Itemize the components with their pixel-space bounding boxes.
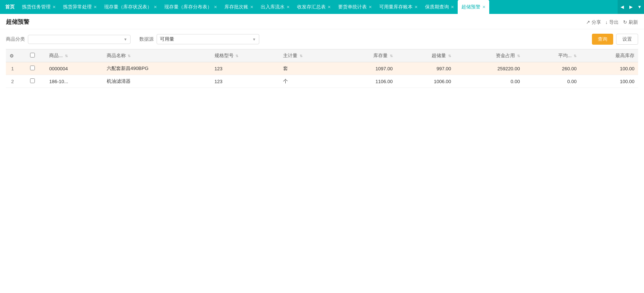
name-column-header[interactable]: 商品名称 ⇅ <box>103 49 211 62</box>
close-collect-icon[interactable]: ✕ <box>328 5 331 10</box>
close-order-stats-icon[interactable]: ✕ <box>369 5 372 10</box>
row-overstock-1: 1006.00 <box>396 75 455 88</box>
settings-button[interactable]: 设置 <box>616 34 638 45</box>
row-spec-1: 123 <box>211 75 280 88</box>
nav-tab-available[interactable]: 可用量库存账本 ✕ <box>376 0 421 14</box>
overstock-sort-icon: ⇅ <box>448 54 451 58</box>
select-all-checkbox[interactable] <box>30 53 35 58</box>
close-inout-icon[interactable]: ✕ <box>286 5 290 10</box>
table-row: 1 0000004 六配套新昌490BPG 123 套 1097.00 997.… <box>6 62 638 75</box>
nav-prev-arrow[interactable]: ◀ <box>618 0 626 14</box>
name-sort-icon: ⇅ <box>128 54 131 58</box>
row-avg-0: 260.00 <box>524 62 580 75</box>
share-icon: ↗ <box>586 19 590 25</box>
share-button[interactable]: ↗ 分享 <box>586 19 601 26</box>
export-icon: ↓ <box>605 19 608 25</box>
checkbox-column-header <box>19 49 45 62</box>
datasource-select-value: 可用量 <box>160 36 174 42</box>
unit-column-header[interactable]: 主计量 ⇅ <box>279 49 338 62</box>
row-code-1: 186-10... <box>45 75 103 88</box>
data-table: ⚙ 商品... ⇅ 商品名称 ⇅ 规格型号 ⇅ 主计量 <box>6 49 638 88</box>
nav-next-arrow[interactable]: ▶ <box>626 0 635 14</box>
stock-sort-icon: ⇅ <box>390 54 393 58</box>
nav-tab-order-stats[interactable]: 要货单统计表 ✕ <box>334 0 376 14</box>
table-container: ⚙ 商品... ⇅ 商品名称 ⇅ 规格型号 ⇅ 主计量 <box>0 49 644 88</box>
close-abnormal-icon[interactable]: ✕ <box>94 5 97 10</box>
gear-icon[interactable]: ⚙ <box>10 53 14 59</box>
capital-column-header[interactable]: 资金占用 ⇅ <box>455 49 524 62</box>
row-checkbox-1[interactable] <box>30 78 35 83</box>
datasource-select[interactable]: 可用量 ▼ <box>157 34 259 44</box>
row-stock-0: 1097.00 <box>338 62 396 75</box>
datasource-filter-group: 数据源 可用量 ▼ <box>139 34 259 44</box>
row-checkbox-cell-1[interactable] <box>19 75 45 88</box>
filter-actions: 查询 设置 <box>592 34 638 45</box>
nav-tab-task-mgmt[interactable]: 拣货任务管理 ✕ <box>18 0 59 14</box>
nav-tab-collect[interactable]: 收发存汇总表 ✕ <box>293 0 334 14</box>
row-code-0: 0000004 <box>45 62 103 75</box>
settings-column-header[interactable]: ⚙ <box>6 49 19 62</box>
export-button[interactable]: ↓ 导出 <box>605 19 619 26</box>
close-inv-dist-icon[interactable]: ✕ <box>214 5 217 10</box>
spec-sort-icon: ⇅ <box>235 54 238 58</box>
code-sort-icon: ⇅ <box>65 54 68 58</box>
category-filter-group: 商品分类 ▼ <box>6 35 131 44</box>
row-unit-0: 套 <box>279 62 338 75</box>
close-task-mgmt-icon[interactable]: ✕ <box>52 5 56 10</box>
avg-sort-icon: ⇅ <box>574 54 577 58</box>
row-capital-1: 0.00 <box>455 75 524 88</box>
avg-column-header[interactable]: 平均... ⇅ <box>524 49 580 62</box>
code-column-header[interactable]: 商品... ⇅ <box>45 49 103 62</box>
row-checkbox-0[interactable] <box>30 66 35 70</box>
row-spec-0: 123 <box>211 62 280 75</box>
row-name-1: 机油滤清器 <box>103 75 211 88</box>
nav-tab-inout-flow[interactable]: 出入库流水 ✕ <box>257 0 293 14</box>
close-available-icon[interactable]: ✕ <box>414 5 418 10</box>
row-max-stock-0: 100.00 <box>580 62 638 75</box>
overstock-column-header[interactable]: 超储量 ⇅ <box>396 49 455 62</box>
page-title: 超储预警 <box>6 18 29 26</box>
refresh-icon: ↻ <box>623 19 627 25</box>
close-batch-icon[interactable]: ✕ <box>250 5 253 10</box>
datasource-select-arrow-icon: ▼ <box>252 37 256 41</box>
nav-tab-area: 拣货任务管理 ✕ 拣货异常处理 ✕ 现存量（库存状况表） ✕ 现存量（库存分布表… <box>18 0 618 14</box>
close-inv-status-icon[interactable]: ✕ <box>154 5 157 10</box>
row-capital-0: 259220.00 <box>455 62 524 75</box>
row-index-0: 1 <box>6 62 19 75</box>
max-stock-column-header[interactable]: 最高库存 <box>580 49 638 62</box>
row-overstock-0: 997.00 <box>396 62 455 75</box>
nav-tab-abnormal[interactable]: 拣货异常处理 ✕ <box>59 0 100 14</box>
table-header-row: ⚙ 商品... ⇅ 商品名称 ⇅ 规格型号 ⇅ 主计量 <box>6 49 638 62</box>
query-button[interactable]: 查询 <box>592 34 613 45</box>
page-header: 超储预警 ↗ 分享 ↓ 导出 ↻ 刷新 <box>0 14 644 29</box>
nav-tab-batch[interactable]: 库存批次账 ✕ <box>221 0 257 14</box>
top-navigation: 首页 拣货任务管理 ✕ 拣货异常处理 ✕ 现存量（库存状况表） ✕ 现存量（库存… <box>0 0 644 14</box>
category-select-value <box>31 37 33 42</box>
row-name-0: 六配套新昌490BPG <box>103 62 211 75</box>
nav-tab-quality[interactable]: 保质期查询 ✕ <box>421 0 458 14</box>
category-select[interactable]: ▼ <box>28 35 131 44</box>
category-select-arrow-icon: ▼ <box>124 37 127 41</box>
category-filter-label: 商品分类 <box>6 36 25 42</box>
header-actions: ↗ 分享 ↓ 导出 ↻ 刷新 <box>586 19 638 26</box>
datasource-filter-label: 数据源 <box>139 36 154 42</box>
row-max-stock-1: 100.00 <box>580 75 638 88</box>
capital-sort-icon: ⇅ <box>517 54 520 58</box>
stock-column-header[interactable]: 库存量 ⇅ <box>338 49 396 62</box>
refresh-button[interactable]: ↻ 刷新 <box>623 19 638 26</box>
table-row: 2 186-10... 机油滤清器 123 个 1106.00 1006.00 … <box>6 75 638 88</box>
nav-home[interactable]: 首页 <box>1 0 18 14</box>
close-overstock-icon[interactable]: ✕ <box>482 5 486 10</box>
nav-tab-overstock[interactable]: 超储预警 ✕ <box>458 0 489 14</box>
nav-tab-inventory-dist[interactable]: 现存量（库存分布表） ✕ <box>161 0 221 14</box>
row-checkbox-cell-0[interactable] <box>19 62 45 75</box>
row-stock-1: 1106.00 <box>338 75 396 88</box>
row-avg-1: 0.00 <box>524 75 580 88</box>
nav-expand-arrow[interactable]: ▼ <box>635 0 644 14</box>
table-body: 1 0000004 六配套新昌490BPG 123 套 1097.00 997.… <box>6 62 638 88</box>
close-quality-icon[interactable]: ✕ <box>451 5 454 10</box>
spec-column-header[interactable]: 规格型号 ⇅ <box>211 49 280 62</box>
filter-area: 商品分类 ▼ 数据源 可用量 ▼ 查询 设置 <box>0 29 644 49</box>
unit-sort-icon: ⇅ <box>300 54 303 58</box>
nav-tab-inventory-status[interactable]: 现存量（库存状况表） ✕ <box>100 0 161 14</box>
